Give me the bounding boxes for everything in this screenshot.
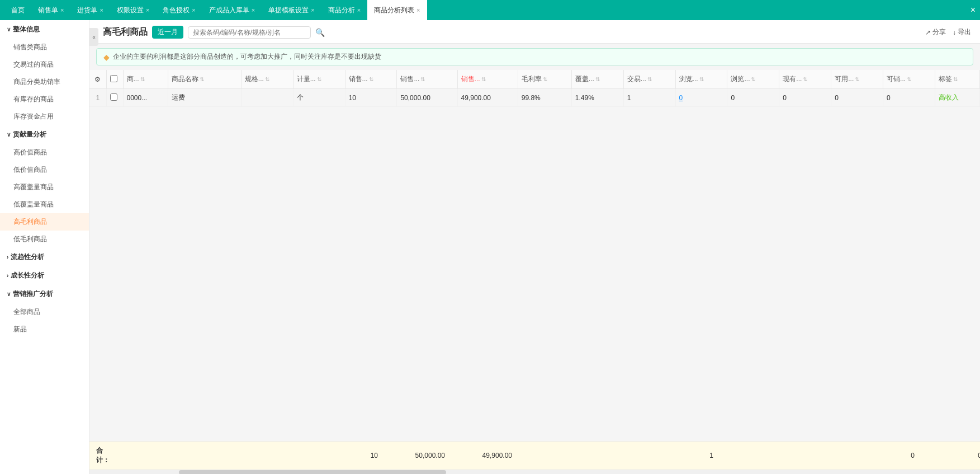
sidebar-section-growth[interactable]: › 成长性分析	[0, 266, 89, 285]
col-view2[interactable]: 浏览...⇅	[727, 70, 779, 89]
nav-close-analysis-list[interactable]: ×	[416, 7, 420, 13]
nav-close-all[interactable]: ×	[970, 5, 976, 15]
nav-close-sales[interactable]: ×	[60, 7, 64, 13]
row-gross-margin: 99.8%	[518, 89, 571, 107]
nav-close-permission[interactable]: ×	[146, 7, 149, 13]
top-navigation: 首页 销售单 × 进货单 × 权限设置 × 角色授权 × 产成品入库单 × 单据…	[0, 0, 980, 20]
nav-template-settings[interactable]: 单据模板设置 ×	[262, 0, 321, 20]
col-name[interactable]: 商品名称⇅	[168, 70, 241, 89]
footer-label: 合计：	[96, 446, 110, 465]
row-no: 1	[89, 89, 106, 107]
col-code[interactable]: 商...⇅	[123, 70, 168, 89]
row-tag: 高收入	[935, 89, 979, 107]
col-sellable[interactable]: 可销...⇅	[883, 70, 935, 89]
row-coverage: 1.49%	[571, 89, 623, 107]
row-select-checkbox[interactable]	[110, 93, 117, 101]
filter-recent-month-btn[interactable]: 近一月	[152, 26, 183, 39]
sidebar-item-in-stock[interactable]: 有库存的商品	[0, 91, 89, 108]
nav-analysis-list[interactable]: 商品分析列表 ×	[367, 0, 427, 20]
nav-close-inbound[interactable]: ×	[252, 7, 255, 13]
search-input[interactable]	[188, 26, 311, 39]
arrow-marketing: ∨	[7, 291, 11, 297]
sidebar-item-low-value[interactable]: 低价值商品	[0, 161, 89, 179]
nav-role-auth[interactable]: 角色授权 ×	[156, 0, 202, 20]
col-current-stock[interactable]: 现有...⇅	[779, 70, 831, 89]
export-icon: ↓	[953, 29, 956, 36]
footer-current-stock: 0	[881, 452, 915, 459]
sidebar-item-high-coverage[interactable]: 高覆盖量商品	[0, 179, 89, 196]
col-sales-qty[interactable]: 销售...⇅	[345, 70, 397, 89]
search-button[interactable]: 🔍	[315, 28, 325, 37]
footer-sales-cost: 49,900.00	[479, 452, 512, 459]
main-layout: ∨ 整体信息 销售类商品 交易过的商品 商品分类助销率 有库存的商品 库存资金占…	[0, 20, 980, 474]
row-view2: 0	[727, 89, 779, 107]
select-all-checkbox[interactable]	[110, 75, 117, 82]
content-area: « 高毛利商品 近一月 🔍 ↗ 分享 ↓ 导出 ◆ 企业的主要的利润都是这部分商…	[89, 20, 980, 474]
sidebar-section-overall[interactable]: ∨ 整体信息	[0, 20, 89, 39]
col-gross-margin[interactable]: 毛利率⇅	[518, 70, 571, 89]
table-header-row: ⚙ 商...⇅ 商品名称⇅ 规格...⇅ 计量...⇅ 销售...⇅ 销售...…	[89, 70, 980, 89]
nav-product-inbound[interactable]: 产成品入库单 ×	[202, 0, 262, 20]
nav-close-role[interactable]: ×	[192, 7, 195, 13]
sidebar-item-new-goods[interactable]: 新品	[0, 321, 89, 338]
row-sellable: 0	[883, 89, 935, 107]
col-available[interactable]: 可用...⇅	[831, 70, 883, 89]
row-trade: 1	[623, 89, 675, 107]
sidebar-section-trend[interactable]: › 流趋性分析	[0, 248, 89, 266]
info-bar: ◆ 企业的主要的利润都是这部分商品创造的，可考虑加大推广，同时关注库存是不要出现…	[96, 48, 973, 65]
table-container[interactable]: ⚙ 商...⇅ 商品名称⇅ 规格...⇅ 计量...⇅ 销售...⇅ 销售...…	[89, 70, 980, 441]
nav-close-template[interactable]: ×	[311, 7, 314, 13]
col-coverage[interactable]: 覆盖...⇅	[571, 70, 623, 89]
header-actions: ↗ 分享 ↓ 导出	[925, 27, 971, 37]
row-unit: 个	[293, 89, 345, 107]
sidebar-collapse-btn[interactable]: «	[89, 28, 98, 46]
col-spec[interactable]: 规格...⇅	[241, 70, 293, 89]
arrow-trend: ›	[7, 254, 8, 260]
sidebar-item-category-rate[interactable]: 商品分类助销率	[0, 73, 89, 91]
col-view1[interactable]: 浏览...⇅	[675, 70, 727, 89]
col-settings[interactable]: ⚙	[89, 70, 106, 89]
row-sales-qty: 10	[345, 89, 397, 107]
row-sales-amount: 50,000.00	[397, 89, 457, 107]
export-button[interactable]: ↓ 导出	[953, 27, 971, 37]
sidebar-item-low-margin[interactable]: 低毛利商品	[0, 231, 89, 248]
table-row: 1 0000... 运费 个 10 50,000.00 49,900.00 99…	[89, 89, 980, 107]
sidebar-item-high-margin[interactable]: 高毛利商品	[0, 213, 89, 231]
sidebar-item-stock-capital[interactable]: 库存资金占用	[0, 108, 89, 125]
sidebar-item-sales-goods[interactable]: 销售类商品	[0, 39, 89, 56]
row-checkbox[interactable]	[106, 89, 123, 107]
sidebar-item-high-value[interactable]: 高价值商品	[0, 144, 89, 161]
footer-trade: 1	[680, 452, 713, 459]
col-sales-amount[interactable]: 销售...⇅	[397, 70, 457, 89]
sidebar-item-low-coverage[interactable]: 低覆盖量商品	[0, 196, 89, 213]
col-tag[interactable]: 标签⇅	[935, 70, 979, 89]
info-icon: ◆	[103, 53, 110, 62]
arrow-contribution: ∨	[7, 132, 11, 138]
col-sales-cost[interactable]: 销售...⇅	[457, 70, 518, 89]
nav-close-purchase[interactable]: ×	[100, 7, 103, 13]
nav-sales-order[interactable]: 销售单 ×	[31, 0, 70, 20]
col-trade[interactable]: 交易...⇅	[623, 70, 675, 89]
row-sales-cost: 49,900.00	[457, 89, 518, 107]
nav-purchase-order[interactable]: 进货单 ×	[70, 0, 110, 20]
sidebar-section-marketing[interactable]: ∨ 营销推广分析	[0, 285, 89, 303]
col-unit[interactable]: 计量...⇅	[293, 70, 345, 89]
nav-product-analysis[interactable]: 商品分析 ×	[321, 0, 367, 20]
share-button[interactable]: ↗ 分享	[925, 27, 946, 37]
footer-available: 0	[948, 452, 980, 459]
content-header: 高毛利商品 近一月 🔍 ↗ 分享 ↓ 导出	[89, 20, 980, 44]
nav-permission-settings[interactable]: 权限设置 ×	[110, 0, 156, 20]
row-code: 0000...	[123, 89, 168, 107]
row-name: 运费	[168, 89, 241, 107]
sidebar-section-contribution[interactable]: ∨ 贡献量分析	[0, 125, 89, 144]
arrow-growth: ›	[7, 273, 8, 279]
row-view1[interactable]: 0	[675, 89, 727, 107]
sidebar-item-all-goods[interactable]: 全部商品	[0, 303, 89, 321]
data-table: ⚙ 商...⇅ 商品名称⇅ 规格...⇅ 计量...⇅ 销售...⇅ 销售...…	[89, 70, 980, 107]
nav-close-analysis[interactable]: ×	[357, 7, 361, 13]
sidebar-item-traded-goods[interactable]: 交易过的商品	[0, 56, 89, 73]
horizontal-scrollbar[interactable]	[89, 470, 980, 474]
col-checkbox	[106, 70, 123, 89]
page-title: 高毛利商品	[103, 26, 148, 38]
nav-home[interactable]: 首页	[4, 0, 31, 20]
